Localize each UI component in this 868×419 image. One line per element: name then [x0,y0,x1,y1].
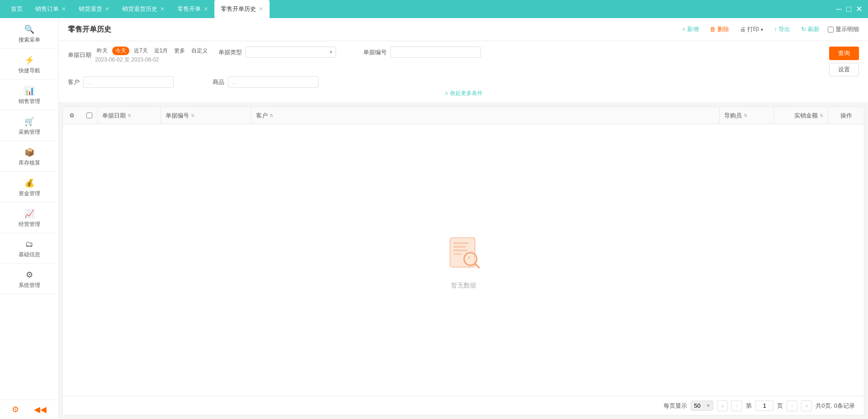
empty-illustration [441,231,486,276]
th-guide[interactable]: 导购员 ⇅ [719,107,773,124]
print-button[interactable]: 🖨 打印 ▾ [737,24,766,35]
window-max-btn[interactable]: □ [846,5,851,14]
prev-page-btn[interactable]: ‹ [731,400,742,411]
sidebar-item-finance[interactable]: 💰 资金管理 [0,172,58,202]
sidebar: 🔍 搜索采单 ⚡ 快捷导航 📊 销售管理 🛒 采购管理 📦 库存核算 💰 资金管… [0,18,59,419]
th-customer[interactable]: 客户 ⇅ [251,107,719,124]
refresh-btn-label: ↻ 刷新 [801,25,820,33]
sidebar-finance-label: 资金管理 [19,190,40,198]
add-button[interactable]: + 新增 [679,24,702,35]
quicknav-icon: ⚡ [24,55,34,65]
th-docnum[interactable]: 单据编号 ⇅ [161,107,251,124]
sidebar-search-label: 搜索采单 [19,36,40,44]
tab-return-history-label: 销货退货历史 [122,5,157,13]
sidebar-item-sales[interactable]: 📊 销售管理 [0,80,58,110]
svg-rect-2 [453,246,466,248]
finance-icon: 💰 [24,178,34,188]
collapse-sidebar-icon[interactable]: ◀◀ [34,405,47,414]
table-header: ⚙ 单据日期 ⇅ 单据编号 ⇅ 客户 ⇅ 导购员 ⇅ [63,107,864,124]
doctype-select[interactable] [246,47,336,58]
tab-return[interactable]: 销货退货 ✕ [72,0,116,18]
sidebar-item-purchase[interactable]: 🛒 采购管理 [0,110,58,141]
shortcut-7days[interactable]: 近7天 [132,47,150,55]
customer-filter-group: 客户 ... [68,76,204,88]
collapse-label: ∧ 收起更多条件 [444,89,483,97]
shortcut-custom[interactable]: 自定义 [190,47,209,55]
th-date[interactable]: 单据日期 ⇅ [97,107,161,124]
tab-retail-history-close[interactable]: ✕ [259,6,263,12]
shortcut-today[interactable]: 今天 [112,47,129,55]
filter-settings-button[interactable]: 设置 [829,63,859,76]
th-amount-label: 实销金额 [794,112,818,120]
show-detail-checkbox[interactable]: 显示明细 [828,25,859,33]
page-label: 第 [746,402,752,410]
tab-return-close[interactable]: ✕ [105,6,109,12]
next-page-btn[interactable]: › [787,400,797,411]
sidebar-bottom: ⚙ ◀◀ [0,400,58,419]
purchase-icon: 🛒 [24,117,34,127]
export-button[interactable]: ↑ 导出 [771,24,793,35]
docnum-filter-group: 单据编号 [363,47,499,58]
filter-buttons: 查询 设置 [829,47,859,76]
pagination: 每页显示 50 100 200 « ‹ 第 页 › » 共0页, 0条记录 [63,396,864,415]
delete-button[interactable]: 🗑 删除 [707,24,732,35]
sidebar-item-system[interactable]: ⚙ 系统管理 [0,264,58,294]
shortcut-yesterday[interactable]: 昨天 [95,47,109,55]
th-customer-label: 客户 [256,112,268,120]
sidebar-operations-label: 经营管理 [19,221,40,228]
filter-area: 单据日期 昨天 今天 近7天 近1月 更多 自定义 2023-06-02 至 2… [59,41,868,103]
page-size-select[interactable]: 50 100 200 [691,400,713,411]
tab-retail-open[interactable]: 零售开单 ✕ [171,0,214,18]
add-btn-label: + 新增 [682,25,699,33]
tab-home-label: 首页 [11,5,23,13]
th-date-sort-icon: ⇅ [128,113,131,118]
per-page-label: 每页显示 [664,402,687,410]
docnum-input[interactable] [390,47,481,58]
sidebar-item-operations[interactable]: 📈 经营管理 [0,202,58,233]
first-page-btn[interactable]: « [717,400,728,411]
current-page-input[interactable] [755,400,773,411]
window-close-btn[interactable]: ✕ [856,4,863,14]
tab-sales-order[interactable]: 销售订单 ✕ [29,0,72,18]
sidebar-quicknav-label: 快捷导航 [19,67,40,75]
th-docnum-label: 单据编号 [166,112,189,120]
sidebar-item-inventory[interactable]: 📦 库存核算 [0,141,58,172]
customer-input[interactable]: ... [83,76,174,88]
tab-retail-history[interactable]: 零售开单历史 ✕ [214,0,270,18]
collapse-filter-btn[interactable]: ∧ 收起更多条件 [68,88,859,99]
date-label: 单据日期 [68,51,91,59]
table-select-all[interactable] [81,113,97,118]
query-button[interactable]: 查询 [829,47,859,60]
print-arrow-icon: ▾ [761,27,763,32]
last-page-btn[interactable]: » [801,400,812,411]
svg-point-6 [466,254,475,264]
table-settings-icon[interactable]: ⚙ [63,112,81,119]
th-guide-label: 导购员 [724,112,742,120]
sidebar-purchase-label: 采购管理 [19,128,40,136]
refresh-button[interactable]: ↻ 刷新 [798,24,822,35]
sidebar-item-basic-info[interactable]: 🗂 基础信息 [0,233,58,264]
settings-bottom-icon[interactable]: ⚙ [12,405,19,414]
window-min-btn[interactable]: ─ [836,5,842,14]
customer-label: 客户 [68,78,80,86]
main-layout: 🔍 搜索采单 ⚡ 快捷导航 📊 销售管理 🛒 采购管理 📦 库存核算 💰 资金管… [0,18,868,419]
search-icon: 🔍 [24,24,34,34]
th-guide-sort-icon: ⇅ [744,113,747,118]
total-info: 共0页, 0条记录 [816,402,855,410]
sidebar-item-search[interactable]: 🔍 搜索采单 [0,18,58,49]
th-amount[interactable]: 实销金额 ⇅ [773,107,828,124]
sidebar-item-quicknav[interactable]: ⚡ 快捷导航 [0,49,58,80]
shortcut-more[interactable]: 更多 [172,47,187,55]
tab-sales-order-close[interactable]: ✕ [62,6,66,12]
export-btn-label: ↑ 导出 [774,25,790,33]
tab-return-history-close[interactable]: ✕ [160,6,165,12]
svg-point-8 [468,256,470,259]
content-area: 零售开单历史 + 新增 🗑 删除 🖨 打印 ▾ ↑ 导出 ↻ 刷新 [59,18,868,419]
show-detail-input[interactable] [828,27,834,33]
tab-retail-open-close[interactable]: ✕ [204,6,208,12]
select-all-checkbox[interactable] [86,113,92,118]
tab-return-history[interactable]: 销货退货历史 ✕ [116,0,171,18]
goods-input[interactable]: ... [228,76,318,88]
tab-home[interactable]: 首页 [5,0,29,18]
shortcut-1month[interactable]: 近1月 [152,47,170,55]
